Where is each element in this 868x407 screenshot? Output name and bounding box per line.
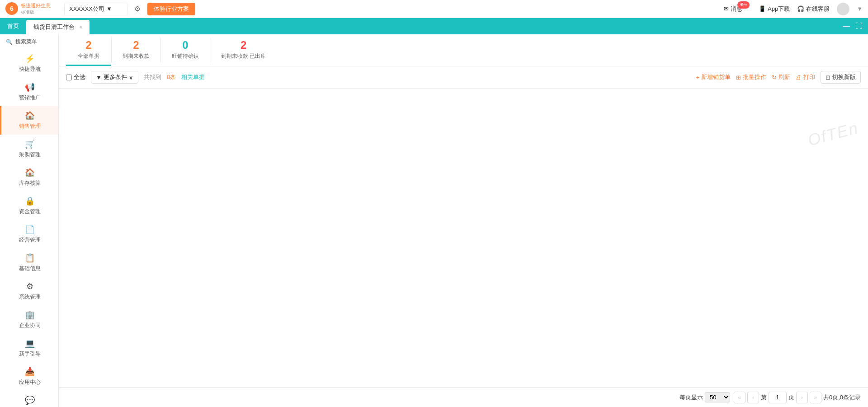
tab-bar-actions: — ⛶: [843, 22, 868, 30]
related-link[interactable]: 相关单据: [181, 73, 205, 81]
table-area: [59, 89, 868, 387]
content-area: OfTEn 2 全部单据 2 到期未收款 0 旺铺待确认 2 到期未收款 已出库: [59, 34, 868, 407]
filter-label: 更多条件: [104, 73, 127, 81]
sidebar-item-purchase[interactable]: 🛒 采购管理: [0, 135, 58, 163]
sidebar-item-sales[interactable]: 🏠 销售管理: [0, 106, 58, 135]
guide-icon: 💻: [25, 338, 35, 348]
basic-info-icon: 📋: [25, 253, 35, 263]
header-actions: ⚙ 体验行业方案: [131, 3, 195, 15]
select-all-input[interactable]: [66, 75, 72, 80]
main-layout: 🔍 搜索菜单 ⚡ 快捷导航 📢 营销推广 🏠 销售管理 🛒 采购管理 🏠 库存核…: [0, 34, 868, 407]
stat-tab-overdue[interactable]: 2 到期未收款: [112, 34, 160, 66]
tab-close-icon[interactable]: ×: [79, 24, 82, 30]
sidebar-item-app-center[interactable]: 📥 应用中心: [0, 362, 58, 391]
username[interactable]: ▼: [857, 5, 863, 12]
stat-pending-num: 0: [182, 39, 188, 51]
stat-tab-pending[interactable]: 0 旺铺待确认: [161, 34, 210, 66]
sidebar-item-wechat[interactable]: 💬 企业微信: [0, 391, 58, 407]
sidebar-item-label: 资金管理: [19, 208, 41, 215]
app-center-icon: 📥: [25, 367, 35, 377]
stat-tab-all[interactable]: 2 全部单据: [66, 34, 111, 66]
print-button[interactable]: 🖨 打印: [796, 73, 815, 81]
logo-text-block: 畅捷通好生意 标准版: [21, 2, 51, 15]
sidebar-item-cooperation[interactable]: 🏢 企业协同: [0, 305, 58, 334]
sidebar-item-label: 系统管理: [19, 293, 41, 301]
switch-icon: ⊡: [826, 74, 830, 81]
tab-home[interactable]: 首页: [0, 18, 26, 34]
chevron-down-icon: ▼: [106, 5, 112, 12]
refresh-button[interactable]: ↻ 刷新: [772, 73, 790, 81]
page-unit: 页: [788, 393, 794, 402]
tab-active-label: 钱货日清工作台: [33, 23, 75, 31]
print-icon: 🖨: [796, 74, 802, 81]
online-service-label: 在线客服: [806, 5, 830, 13]
select-all-checkbox[interactable]: 全选: [66, 73, 85, 81]
tab-minimize-icon[interactable]: —: [843, 22, 850, 30]
tab-home-label: 首页: [7, 22, 19, 30]
stat-pending-label: 旺铺待确认: [172, 52, 199, 60]
stat-tab-unshipped[interactable]: 2 到期未收款 已出库: [210, 34, 277, 66]
stat-all-num: 2: [85, 39, 91, 51]
company-name: XXXXXX公司: [69, 5, 104, 13]
sidebar-search[interactable]: 🔍 搜索菜单: [0, 34, 58, 49]
stat-overdue-num: 2: [133, 39, 139, 51]
sidebar-item-system[interactable]: ⚙ 系统管理: [0, 277, 58, 305]
filter-chevron-icon: ∨: [129, 74, 133, 81]
tab-expand-icon[interactable]: ⛶: [855, 22, 863, 30]
stats-tabs: 2 全部单据 2 到期未收款 0 旺铺待确认 2 到期未收款 已出库: [59, 34, 868, 66]
filter-button[interactable]: ▼ 更多条件 ∨: [91, 71, 138, 84]
page-last-button[interactable]: »: [810, 392, 821, 403]
stat-overdue-label: 到期未收款: [123, 52, 150, 60]
stat-unshipped-num: 2: [241, 39, 246, 51]
top-header: 6 畅捷通好生意 标准版 XXXXXX公司 ▼ ⚙ 体验行业方案 ✉ 消息 99…: [0, 0, 868, 18]
add-sales-button[interactable]: + 新增销货单: [696, 73, 731, 81]
operation-icon: 📄: [25, 225, 35, 234]
settings-icon[interactable]: ⚙: [131, 3, 144, 15]
avatar[interactable]: [837, 3, 849, 15]
sidebar-item-quick-nav[interactable]: ⚡ 快捷导航: [0, 49, 58, 78]
app-download-button[interactable]: 📱 App下载: [759, 5, 790, 13]
tab-bar: 首页 钱货日清工作台 × — ⛶: [0, 18, 868, 34]
quick-nav-icon: ⚡: [25, 54, 35, 64]
add-label: 新增销货单: [701, 73, 731, 81]
found-count: 0条: [167, 73, 176, 81]
purchase-icon: 🛒: [25, 139, 35, 149]
page-next-button[interactable]: ›: [796, 392, 808, 403]
refresh-icon: ↻: [772, 74, 777, 81]
trial-button[interactable]: 体验行业方案: [147, 3, 195, 15]
sidebar-item-inventory[interactable]: 🏠 库存核算: [0, 163, 58, 192]
toolbar: 全选 ▼ 更多条件 ∨ 共找到 0条 相关单据 + 新增销货单 ⊞ 批量操作: [59, 66, 868, 89]
sidebar: 🔍 搜索菜单 ⚡ 快捷导航 📢 营销推广 🏠 销售管理 🛒 采购管理 🏠 库存核…: [0, 34, 59, 407]
sidebar-item-label: 基础信息: [19, 265, 41, 272]
sidebar-item-marketing[interactable]: 📢 营销推广: [0, 78, 58, 106]
sidebar-item-basic-info[interactable]: 📋 基础信息: [0, 248, 58, 277]
tab-active[interactable]: 钱货日清工作台 ×: [26, 20, 90, 34]
sidebar-item-label: 应用中心: [19, 379, 41, 386]
sidebar-item-label: 营销推广: [19, 94, 41, 102]
page-number-input[interactable]: [769, 392, 787, 403]
search-icon: 🔍: [6, 39, 13, 45]
sidebar-item-label: 新手引导: [19, 350, 41, 358]
batch-icon: ⊞: [736, 74, 741, 81]
message-button[interactable]: ✉ 消息 99+: [724, 5, 742, 13]
page-first-button[interactable]: «: [734, 392, 745, 403]
company-selector[interactable]: XXXXXX公司 ▼: [64, 3, 127, 15]
logo-area: 6 畅捷通好生意 标准版: [5, 2, 64, 15]
page-size-selector: 每页显示 10 20 50 100: [679, 392, 730, 402]
select-all-label: 全选: [74, 73, 85, 81]
headset-icon: 🎧: [797, 5, 804, 12]
online-service-button[interactable]: 🎧 在线客服: [797, 5, 830, 13]
found-prefix: 共找到: [144, 73, 161, 81]
sidebar-item-operation[interactable]: 📄 经营管理: [0, 220, 58, 248]
batch-button[interactable]: ⊞ 批量操作: [736, 73, 766, 81]
sidebar-item-label: 销售管理: [19, 122, 41, 130]
sidebar-item-guide[interactable]: 💻 新手引导: [0, 334, 58, 362]
sidebar-item-label: 企业协同: [19, 322, 41, 329]
per-page-label: 每页显示: [679, 393, 703, 402]
page-size-select-input[interactable]: 10 20 50 100: [705, 392, 730, 402]
switch-version-button[interactable]: ⊡ 切换新版: [821, 71, 861, 84]
page-prev-button[interactable]: ‹: [747, 392, 759, 403]
sidebar-item-label: 库存核算: [19, 179, 41, 187]
header-right: ✉ 消息 99+ 📱 App下载 🎧 在线客服 ▼: [724, 3, 863, 15]
sidebar-item-capital[interactable]: 🔒 资金管理: [0, 192, 58, 220]
